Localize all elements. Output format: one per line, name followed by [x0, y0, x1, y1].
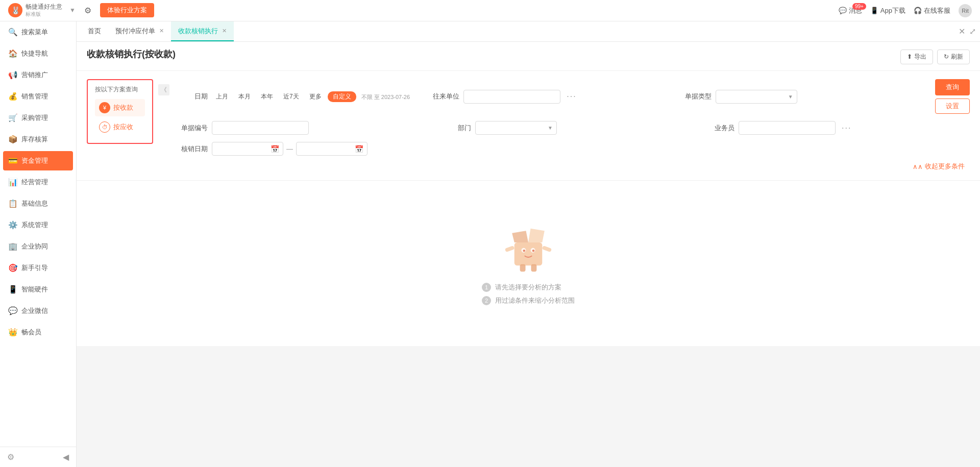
close-prepay-icon[interactable]: ✕: [159, 28, 164, 34]
sidebar-item-basic[interactable]: 📋 基础信息: [0, 193, 76, 214]
sidebar-item-search[interactable]: 🔍 搜索菜单: [0, 21, 76, 43]
tab-writeoff[interactable]: 收款核销执行 ✕: [171, 21, 234, 41]
date-tab-this-year[interactable]: 本年: [257, 91, 277, 102]
counterpart-more-btn[interactable]: ···: [567, 92, 576, 101]
sidebar-item-management[interactable]: 📊 经营管理: [0, 171, 76, 193]
salesperson-input[interactable]: [739, 121, 836, 135]
sidebar-item-finance[interactable]: 💳 资金管理: [3, 151, 73, 170]
system-icon: ⚙️: [8, 220, 17, 230]
collapse-filter-panel-btn[interactable]: 《: [158, 84, 169, 95]
date-tab-7days[interactable]: 近7天: [279, 91, 303, 102]
app-download-btn[interactable]: 📱 App下载: [870, 6, 905, 15]
maximize-icon[interactable]: ⤢: [969, 27, 976, 36]
management-icon: 📊: [8, 178, 17, 187]
sales-icon: 💰: [8, 92, 17, 101]
salesperson-more-btn[interactable]: ···: [842, 124, 851, 133]
sidebar-label-weixin: 企业微信: [21, 306, 48, 315]
sidebar-item-nav[interactable]: 🏠 快捷导航: [0, 43, 76, 64]
date-tabs-group: 上月 本月 本年 近7天 更多 自定义 不限 至 2023-07-26: [212, 91, 431, 102]
topbar-right: 💬 消息 99+ 📱 App下载 🎧 在线客服 Rit: [839, 4, 972, 17]
date-limit: 不限 至 2023-07-26: [361, 93, 410, 101]
collapse-more-btn[interactable]: ∧∧ 收起更多条件: [908, 160, 970, 173]
date-tab-last-month[interactable]: 上月: [212, 91, 232, 102]
svg-marker-2: [528, 229, 545, 242]
breadcrumb: ▼: [67, 7, 76, 14]
filter-by-receipt[interactable]: ¥ 按收款: [95, 99, 145, 116]
sidebar-label-hardware: 智能硬件: [21, 285, 48, 294]
query-button[interactable]: 查询: [935, 79, 970, 95]
online-service-btn[interactable]: 🎧 在线客服: [914, 6, 950, 15]
dropdown-arrow-icon[interactable]: ▼: [69, 7, 76, 14]
empty-tip-1: 1 请先选择要分析的方案: [482, 283, 575, 292]
sidebar-item-weixin[interactable]: 💬 企业微信: [0, 300, 76, 322]
filter-by-receivable[interactable]: ⏱ 按应收: [95, 118, 145, 136]
counterpart-input[interactable]: [463, 90, 560, 104]
collapse-icon: 《: [161, 86, 167, 94]
docnumber-input[interactable]: [212, 121, 309, 135]
department-label: 部门: [443, 124, 471, 133]
sidebar-bottom: ⚙ ◀: [0, 447, 76, 467]
topbar: 🐰 畅捷通好生意 标准版 ▼ ⚙ 体验行业方案 💬 消息 99+ 📱 App下载…: [0, 0, 980, 21]
setting-button[interactable]: 设置: [935, 99, 970, 114]
date-tab-more[interactable]: 更多: [305, 91, 326, 102]
tab-home[interactable]: 首页: [81, 21, 108, 41]
tip-text-2: 用过滤条件来缩小分析范围: [495, 296, 575, 305]
svg-point-6: [532, 250, 535, 252]
export-button[interactable]: ⬆ 导出: [900, 50, 933, 64]
doctype-select[interactable]: [716, 90, 797, 104]
writeoff-date-range: 2023-03-01 📅 — 2023-07-21 📅: [212, 142, 368, 156]
logo-area: 🐰 畅捷通好生意 标准版: [8, 3, 62, 17]
member-icon: 👑: [8, 328, 17, 337]
basic-icon: 📋: [8, 199, 17, 208]
sidebar: 🔍 搜索菜单 🏠 快捷导航 📢 营销推广 💰 销售管理 🛒 采购管理 📦 库存核…: [0, 21, 77, 467]
salesperson-label: 业务员: [706, 124, 734, 133]
filter-fields: 日期 上月 本月 本年 近7天 更多 自定义: [180, 79, 970, 156]
refresh-button[interactable]: ↻ 刷新: [937, 50, 970, 64]
date-tab-this-month[interactable]: 本月: [234, 91, 255, 102]
svg-marker-1: [512, 231, 528, 242]
message-badge: 99+: [852, 3, 866, 10]
message-btn[interactable]: 💬 消息 99+: [839, 6, 862, 15]
svg-rect-8: [542, 245, 552, 252]
sidebar-item-marketing[interactable]: 📢 营销推广: [0, 64, 76, 86]
date-tab-custom[interactable]: 自定义: [328, 91, 356, 102]
tab-controls: ✕ ⤢: [959, 27, 976, 36]
app-download-label: App下载: [880, 6, 905, 15]
sidebar-item-collab[interactable]: 🏢 企业协同: [0, 236, 76, 257]
filter-row-3: 核销日期 2023-03-01 📅 — 2023-07-21: [180, 142, 970, 156]
doctype-field: 单据类型 ▼: [683, 90, 935, 104]
calendar-end-icon[interactable]: 📅: [355, 145, 363, 153]
finance-icon: 💳: [8, 156, 17, 165]
tab-home-label: 首页: [88, 27, 101, 36]
settings-bottom-icon[interactable]: ⚙: [7, 452, 14, 462]
sidebar-label-guide: 新手引导: [21, 263, 48, 273]
marketing-icon: 📢: [8, 70, 17, 80]
calendar-start-icon[interactable]: 📅: [271, 145, 279, 153]
sidebar-item-purchase[interactable]: 🛒 采购管理: [0, 107, 76, 129]
close-writeoff-icon[interactable]: ✕: [222, 28, 227, 34]
dept-select[interactable]: [475, 121, 557, 135]
collapse-sidebar-icon[interactable]: ◀: [63, 452, 69, 462]
industry-btn[interactable]: 体验行业方案: [100, 3, 154, 17]
inventory-icon: 📦: [8, 135, 17, 144]
tip-number-2: 2: [482, 296, 491, 305]
sidebar-label-basic: 基础信息: [21, 199, 48, 208]
close-tab-icon[interactable]: ✕: [959, 27, 965, 36]
sidebar-item-system[interactable]: ⚙️ 系统管理: [0, 214, 76, 236]
sidebar-item-hardware[interactable]: 📱 智能硬件: [0, 279, 76, 300]
gear-button[interactable]: ⚙: [81, 3, 95, 17]
svg-rect-0: [514, 242, 543, 265]
tip-text-1: 请先选择要分析的方案: [495, 283, 561, 292]
sidebar-item-sales[interactable]: 💰 销售管理: [0, 86, 76, 107]
sidebar-item-member[interactable]: 👑 畅会员: [0, 322, 76, 343]
user-area[interactable]: Rit: [959, 4, 972, 17]
sidebar-item-inventory[interactable]: 📦 库存核算: [0, 129, 76, 150]
refresh-label: 刷新: [951, 53, 963, 61]
dept-select-wrapper: ▼: [475, 121, 557, 135]
avatar: Rit: [959, 4, 972, 17]
tab-prepay[interactable]: 预付冲应付单 ✕: [108, 21, 171, 41]
date-separator: —: [286, 145, 293, 153]
sidebar-label-finance: 资金管理: [21, 156, 48, 165]
sidebar-item-guide[interactable]: 🎯 新手引导: [0, 257, 76, 279]
sidebar-label-inventory: 库存核算: [21, 135, 48, 144]
